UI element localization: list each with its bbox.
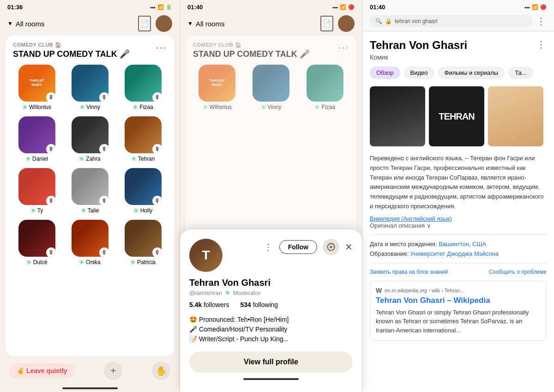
birthplace-label: Дата и место рождения: [370, 241, 437, 247]
claim-link[interactable]: Заявить права на блок знаний [370, 269, 448, 275]
speaker-holly[interactable]: 🎙 ✳ Holly [119, 168, 167, 214]
wikipedia-link[interactable]: Википедия (Английский язык) [370, 215, 547, 222]
speaker-daniel[interactable]: 🎙 ✳ Daniel [13, 116, 60, 163]
all-rooms-label-2: All rooms [196, 20, 225, 28]
speakers-grid-1: THROATBABY 🎙 ✳ Willonius 🎙 ✳ Vinny [13, 65, 167, 266]
name-fizaa: ✳ Fizaa [132, 103, 153, 111]
popup-avatar[interactable]: T [189, 239, 223, 272]
status-bar-1: 01:36 ▪▪▪ 📶 🔋 [0, 0, 180, 12]
more-options-1[interactable]: ··· [156, 42, 167, 53]
speaker-willonius[interactable]: THROATBABY 🎙 ✳ Willonius [13, 65, 60, 111]
all-rooms-link-1[interactable]: ▼ All rooms [7, 20, 44, 28]
speaker-onika[interactable]: 🎙 ✳ Onika [66, 220, 114, 266]
bio-line-2: 🎤 Comedian/Host/TV Personality [189, 325, 353, 334]
view-full-profile-button[interactable]: View full profile [189, 351, 353, 373]
photo-1[interactable] [370, 86, 425, 146]
speaker-fizaa[interactable]: 🎙 ✳ Fizaa [119, 65, 167, 111]
document-icon-2[interactable]: 📄 [320, 16, 333, 31]
browser-content[interactable]: Tehran Von Ghasri Комик ⋮ Обзор Видео Фи… [362, 31, 554, 392]
name-holly: ✳ Holly [133, 207, 153, 214]
divider-1 [370, 235, 547, 235]
user-avatar-1[interactable] [156, 15, 172, 32]
verified-icon-tehran: ✳ [131, 155, 137, 163]
report-link[interactable]: Сообщить о проблеме [489, 269, 547, 275]
verified-icon-dulce: ✳ [26, 259, 32, 266]
photo-2[interactable]: TEHRAN [429, 86, 484, 146]
popup-bio: 🤩 Pronounced: Teh•Ron [He/Him] 🎤 Comedia… [189, 315, 353, 344]
mic-badge-dulce: 🎙 [46, 247, 55, 257]
speaker-dulce[interactable]: 🎙 ✳ Dulcé [13, 220, 60, 266]
mic-badge-holly: 🎙 [152, 196, 162, 205]
home-indicator-1 [62, 387, 118, 389]
speaker-talie[interactable]: 🎙 ✳ Talie [66, 168, 114, 214]
mic-badge-willonius: 🎙 [46, 92, 55, 102]
mic-badge-zahra: 🎙 [99, 144, 108, 153]
photo-3[interactable] [488, 86, 543, 146]
verified-icon-zahra: ✳ [79, 155, 84, 163]
nav-bar-2: ▼ All rooms 📄 [180, 12, 362, 36]
doc-symbol: 📄 [141, 20, 149, 27]
more-options-2[interactable]: ··· [338, 42, 349, 53]
browser-address-bar: 🔍 🔒 tehran von ghasri ⋮ [362, 12, 554, 31]
education-row: Образование: Университет Джорджа Мэйсона [370, 250, 547, 257]
avatar-willonius-2: THROATBABY [199, 65, 235, 102]
wiki-result-title[interactable]: Tehran Von Ghasri – Wikipedia [376, 296, 541, 305]
avatar-onika: 🎙 [72, 220, 108, 257]
url-bar[interactable]: 🔍 🔒 tehran von ghasri [370, 15, 533, 27]
speaker-zahra[interactable]: 🎙 ✳ Zahra [66, 116, 114, 163]
tab-filmy[interactable]: Фильмы и сериалы [438, 66, 505, 79]
name-w2: ✳ Willonius [203, 103, 232, 111]
close-popup-button[interactable]: ✕ [345, 241, 353, 253]
speaker-tehran[interactable]: 🎙 ✳ Tehran [119, 116, 167, 163]
status-bar-2: 01:40 ▪▪▪ 📶 🔴 [180, 0, 362, 12]
moderator-badge-icon: ✳ [225, 289, 230, 296]
lock-icon: 🔒 [385, 18, 392, 24]
all-rooms-link-2[interactable]: ▼ All rooms [187, 20, 224, 28]
add-friend-button[interactable] [323, 239, 339, 255]
nav-icons-2: 📄 [320, 15, 355, 32]
report-row: Заявить права на блок знаний Сообщить о … [370, 269, 547, 275]
time-2: 01:40 [187, 4, 203, 11]
original-description-toggle[interactable]: Оригинал описания ∨ [370, 222, 547, 229]
name-zahra: ✳ Zahra [79, 155, 100, 163]
raise-hand-button-1[interactable]: ✋ [152, 362, 170, 380]
tab-more[interactable]: Та... [508, 66, 533, 79]
verified-icon-vinny: ✳ [79, 103, 85, 111]
speaker-ty[interactable]: 🎙 ✳ Ty [13, 168, 60, 214]
follow-button[interactable]: Follow [279, 240, 317, 254]
verified-icon-ty: ✳ [30, 207, 36, 214]
person-description: Переведено с английского языка. – Тегера… [370, 154, 547, 211]
avatar-dulce: 🎙 [18, 220, 55, 257]
speaker-fizaa-2: ✳ Fizaa [301, 65, 349, 111]
mic-badge-vinny: 🎙 [99, 92, 108, 102]
speaker-patricia[interactable]: 🎙 ✳ Patricia [119, 220, 167, 266]
battery-icon: 🔋 [166, 4, 172, 10]
add-button-1[interactable]: + [104, 362, 122, 380]
browser-more-icon[interactable]: ⋮ [536, 16, 547, 27]
name-onika: ✳ Onika [79, 259, 100, 266]
leave-quietly-button[interactable]: ✌ Leave quietly [9, 363, 75, 378]
mic-badge-talie: 🎙 [99, 196, 108, 205]
name-ty: ✳ Ty [30, 207, 43, 214]
education-value[interactable]: Университет Джорджа Мэйсона [410, 250, 499, 257]
tab-obzor[interactable]: Обзор [370, 66, 400, 79]
mic-badge-fizaa: 🎙 [152, 92, 162, 102]
user-avatar-2[interactable] [338, 15, 355, 32]
verified-icon-daniel: ✳ [25, 155, 31, 163]
popup-more-icon[interactable]: ⋮ [264, 241, 274, 253]
speaker-vinny[interactable]: 🎙 ✳ Vinny [66, 65, 114, 111]
tab-video[interactable]: Видео [404, 66, 434, 79]
avatar-talie: 🎙 [72, 168, 108, 205]
bottom-bar-1: ✌ Leave quietly + ✋ [0, 356, 180, 386]
time-1: 01:36 [7, 4, 23, 11]
document-icon-1[interactable]: 📄 [138, 16, 151, 31]
browser-time: 01:40 [370, 4, 385, 11]
signal-icon-3: ▪▪▪ [524, 5, 530, 10]
person-photos: TEHRAN [370, 86, 547, 146]
bio-line-1: 🤩 Pronounced: Teh•Ron [He/Him] [189, 315, 353, 325]
name-dulce: ✳ Dulcé [26, 259, 48, 266]
bio-line-3: 📝 Writer/Script - Punch Up King... [189, 334, 353, 344]
wifi-icon: 📶 [157, 4, 164, 10]
birthplace-value[interactable]: Вашингтон, США [439, 241, 486, 247]
knowledge-more-icon[interactable]: ⋮ [536, 39, 547, 50]
